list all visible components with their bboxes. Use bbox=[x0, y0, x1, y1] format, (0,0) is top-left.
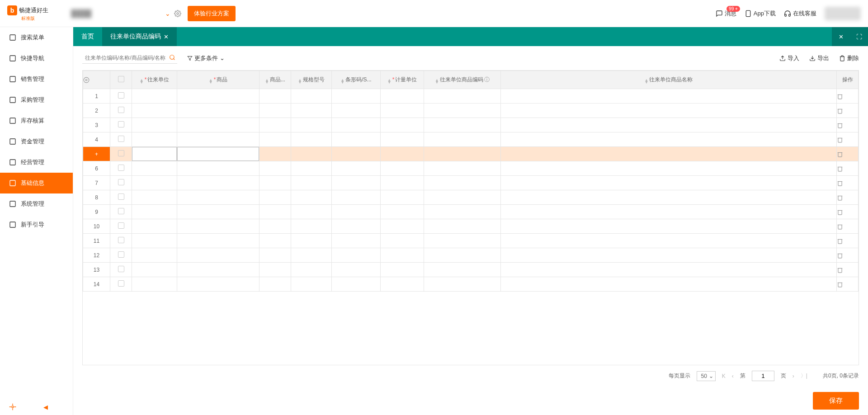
row-delete[interactable] bbox=[837, 190, 859, 205]
cell-spec[interactable] bbox=[291, 161, 332, 176]
table-row[interactable]: 12 bbox=[83, 248, 859, 263]
save-button[interactable]: 保存 bbox=[813, 392, 859, 410]
cell-pname[interactable] bbox=[501, 205, 837, 219]
company-selector[interactable]: ████ ⌄ bbox=[71, 9, 181, 18]
row-delete[interactable] bbox=[837, 161, 859, 176]
cell-pname[interactable] bbox=[501, 161, 837, 176]
cell-product[interactable] bbox=[177, 205, 259, 219]
import-button[interactable]: 导入 bbox=[779, 54, 799, 62]
row-checkbox[interactable] bbox=[110, 176, 132, 190]
cell-pname[interactable] bbox=[501, 147, 837, 161]
cell-spec[interactable] bbox=[291, 277, 332, 292]
gear-icon[interactable] bbox=[174, 10, 181, 17]
cell-pname[interactable] bbox=[501, 234, 837, 248]
column-spec[interactable]: ▲▼规格型号 bbox=[291, 71, 332, 89]
cell-spec[interactable] bbox=[291, 205, 332, 219]
cell-product[interactable] bbox=[177, 219, 259, 234]
add-row-icon[interactable]: + bbox=[93, 150, 101, 158]
cell-spec[interactable] bbox=[291, 147, 332, 161]
delete-button[interactable]: 删除 bbox=[839, 54, 859, 62]
cell-product-ext[interactable] bbox=[259, 219, 291, 234]
cell-pcode[interactable] bbox=[424, 219, 501, 234]
row-delete[interactable] bbox=[837, 248, 859, 263]
cell-uom[interactable] bbox=[381, 219, 424, 234]
cell-pcode[interactable] bbox=[424, 176, 501, 190]
cell-pcode[interactable] bbox=[424, 190, 501, 205]
fullscreen-icon[interactable]: ⛶ bbox=[850, 27, 868, 46]
cell-product[interactable] bbox=[177, 234, 259, 248]
row-delete[interactable] bbox=[837, 219, 859, 234]
cell-pcode[interactable] bbox=[424, 161, 501, 176]
column-product[interactable]: ▲▼*商品 bbox=[177, 71, 259, 89]
cell-product[interactable] bbox=[177, 161, 259, 176]
cell-unit[interactable] bbox=[132, 147, 177, 161]
cell-product-ext[interactable] bbox=[259, 89, 291, 104]
table-row[interactable]: 14 bbox=[83, 277, 859, 292]
table-row[interactable]: 6 bbox=[83, 161, 859, 176]
cell-uom[interactable] bbox=[381, 248, 424, 263]
row-checkbox[interactable] bbox=[110, 118, 132, 132]
cell-pname[interactable] bbox=[501, 118, 837, 132]
cell-pcode[interactable] bbox=[424, 248, 501, 263]
row-checkbox[interactable] bbox=[110, 161, 132, 176]
cell-barcode[interactable] bbox=[332, 176, 381, 190]
cell-unit[interactable] bbox=[132, 161, 177, 176]
cell-product-ext[interactable] bbox=[259, 263, 291, 277]
cell-barcode[interactable] bbox=[332, 219, 381, 234]
per-page-select[interactable]: 50 ⌄ bbox=[697, 371, 715, 381]
cell-unit[interactable] bbox=[132, 234, 177, 248]
row-delete[interactable] bbox=[837, 132, 859, 147]
sidebar-item-0[interactable]: 搜索菜单 bbox=[0, 27, 73, 48]
cell-pname[interactable] bbox=[501, 219, 837, 234]
row-checkbox[interactable] bbox=[110, 205, 132, 219]
row-delete[interactable] bbox=[837, 176, 859, 190]
trash-icon[interactable] bbox=[837, 238, 858, 244]
trash-icon[interactable] bbox=[837, 122, 858, 128]
row-checkbox[interactable] bbox=[110, 277, 132, 292]
tab-home[interactable]: 首页 bbox=[73, 27, 102, 46]
close-all-icon[interactable]: ✕ bbox=[832, 27, 850, 46]
row-delete[interactable] bbox=[837, 104, 859, 118]
column-partner-name[interactable]: ▲▼往来单位商品名称 bbox=[501, 71, 837, 89]
sidebar-item-9[interactable]: 新手引导 bbox=[0, 214, 73, 235]
table-row[interactable]: 8 bbox=[83, 190, 859, 205]
cell-uom[interactable] bbox=[381, 104, 424, 118]
trash-icon[interactable] bbox=[837, 252, 858, 259]
support-button[interactable]: 在线客服 bbox=[784, 9, 816, 18]
cell-uom[interactable] bbox=[381, 277, 424, 292]
trash-icon[interactable] bbox=[837, 267, 858, 273]
last-page-icon[interactable]: 〉| bbox=[801, 372, 807, 380]
cell-product-ext[interactable] bbox=[259, 147, 291, 161]
close-icon[interactable]: ✕ bbox=[164, 33, 169, 40]
row-checkbox[interactable] bbox=[110, 132, 132, 147]
collapse-icon[interactable]: ◀ bbox=[43, 404, 48, 410]
cell-product[interactable] bbox=[177, 118, 259, 132]
cell-unit[interactable] bbox=[132, 248, 177, 263]
cell-product-ext[interactable] bbox=[259, 118, 291, 132]
cell-barcode[interactable] bbox=[332, 190, 381, 205]
table-row[interactable]: 7 bbox=[83, 176, 859, 190]
row-checkbox[interactable] bbox=[110, 190, 132, 205]
cell-uom[interactable] bbox=[381, 89, 424, 104]
cell-barcode[interactable] bbox=[332, 248, 381, 263]
cell-unit[interactable] bbox=[132, 190, 177, 205]
column-select-all[interactable] bbox=[110, 71, 132, 89]
search-icon[interactable] bbox=[169, 54, 175, 61]
cell-pname[interactable] bbox=[501, 104, 837, 118]
cell-pname[interactable] bbox=[501, 190, 837, 205]
help-icon[interactable]: ⓘ bbox=[484, 76, 490, 83]
cell-product[interactable] bbox=[177, 89, 259, 104]
row-checkbox[interactable] bbox=[110, 263, 132, 277]
cell-pcode[interactable] bbox=[424, 205, 501, 219]
cell-barcode[interactable] bbox=[332, 104, 381, 118]
sidebar-item-7[interactable]: 基础信息 bbox=[0, 173, 73, 193]
cell-spec[interactable] bbox=[291, 176, 332, 190]
cell-spec[interactable] bbox=[291, 132, 332, 147]
table-row[interactable]: 10 bbox=[83, 219, 859, 234]
cell-uom[interactable] bbox=[381, 176, 424, 190]
cell-unit[interactable] bbox=[132, 277, 177, 292]
row-checkbox[interactable] bbox=[110, 248, 132, 263]
cell-product-ext[interactable] bbox=[259, 277, 291, 292]
page-input[interactable] bbox=[752, 371, 774, 381]
column-partner-code[interactable]: ▲▼往来单位商品编码ⓘ bbox=[424, 71, 501, 89]
